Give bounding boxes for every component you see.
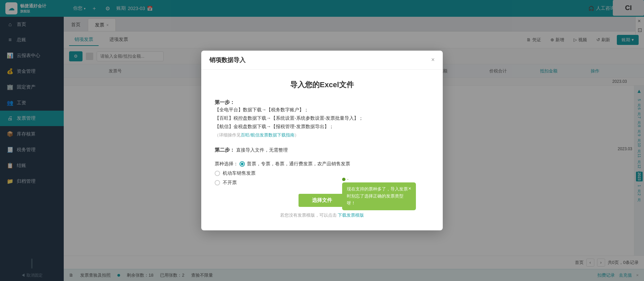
tooltip-bubble: × 现在支持的票种多了，导入发票时别忘了选择正确的发票类型呀！ xyxy=(342,182,416,210)
step2-content: 直接导入文件，无需整理 xyxy=(236,147,288,153)
step1-row: 第一步： 【全电平台】数据下载→【税务数字账户】； 【百旺】税控盘数据下载→【系… xyxy=(215,99,429,139)
tooltip-container: × 现在支持的票种多了，导入发票时别忘了选择正确的发票类型呀！ xyxy=(342,178,416,210)
download-guide-link[interactable]: 百旺/航信发票数据下载指南 xyxy=(241,132,294,137)
select-file-btn[interactable]: 选择文件 xyxy=(299,194,345,207)
modal-close-btn[interactable]: × xyxy=(431,56,435,63)
ticket-label-row: 票种选择： 普票，专票，卷票，通行费发票，农产品销售发票 xyxy=(215,161,429,167)
step1-label: 第一步： xyxy=(215,99,235,105)
tooltip-dot xyxy=(342,178,345,181)
tooltip-close-btn[interactable]: × xyxy=(408,186,411,191)
modal-overlay[interactable]: 销项数据导入 × 导入您的Excel文件 第一步： 【全电平台】数据下载→【税务… xyxy=(0,0,644,281)
radio-motor-circle[interactable] xyxy=(215,171,220,176)
step2-label: 第二步： xyxy=(215,147,235,153)
modal-header: 销项数据导入 × xyxy=(201,51,443,70)
download-template-link[interactable]: 下载发票模版 xyxy=(338,213,364,218)
radio-normal-dot xyxy=(241,163,244,165)
tooltip-line xyxy=(342,178,416,181)
step1-content: 【全电平台】数据下载→【税务数字账户】； 【百旺】税控盘数据下载→【系统设置-系… xyxy=(215,106,429,139)
modal-big-title: 导入您的Excel文件 xyxy=(215,80,429,90)
radio-group: 票种选择： 普票，专票，卷票，通行费发票，农产品销售发票 机动车销售发票 不开票 xyxy=(215,161,429,186)
step1-note: （详细操作见百旺/航信发票数据下载指南） xyxy=(215,132,299,137)
import-modal: 销项数据导入 × 导入您的Excel文件 第一步： 【全电平台】数据下载→【税务… xyxy=(201,51,443,231)
step2-row: 第二步： 直接导入文件，无需整理 xyxy=(215,146,429,154)
modal-title: 销项数据导入 xyxy=(209,56,246,64)
radio-motor-row: 机动车销售发票 xyxy=(215,170,429,176)
modal-footer: 若您没有发票模版，可以点击 下载发票模版 xyxy=(215,212,429,224)
radio-normal-circle[interactable] xyxy=(239,161,245,167)
radio-none-circle[interactable] xyxy=(215,180,220,185)
tooltip-arrow xyxy=(339,194,342,199)
modal-body: 导入您的Excel文件 第一步： 【全电平台】数据下载→【税务数字账户】； 【百… xyxy=(201,70,443,231)
